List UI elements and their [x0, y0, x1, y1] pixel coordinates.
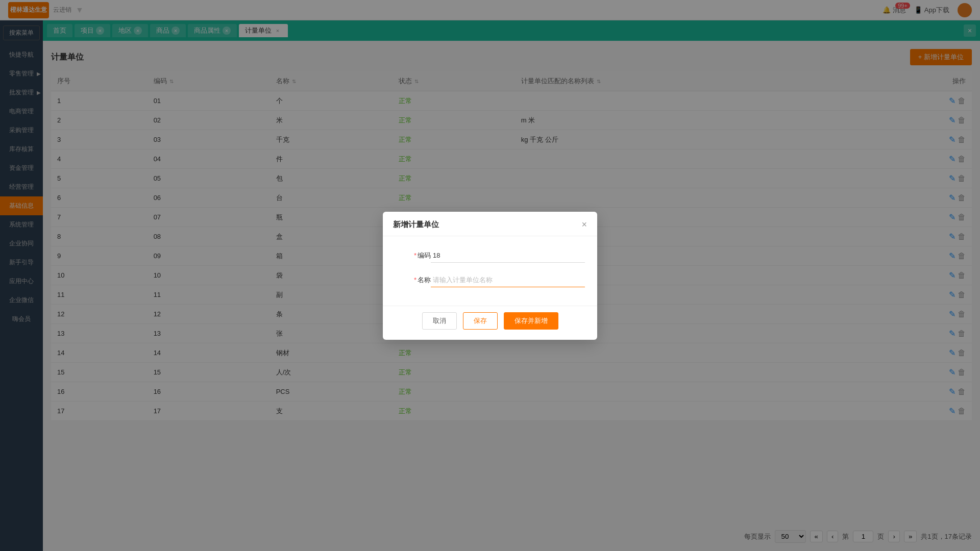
- modal-overlay: 新增计量单位 × *编码 *名称 取消 保存 保存并新增: [0, 0, 980, 551]
- code-form-row: *编码: [395, 248, 585, 263]
- name-form-row: *名称: [395, 273, 585, 287]
- save-and-new-button[interactable]: 保存并新增: [504, 312, 558, 330]
- dialog-close-button[interactable]: ×: [581, 220, 587, 229]
- dialog-header: 新增计量单位 ×: [383, 212, 597, 236]
- dialog-body: *编码 *名称: [383, 236, 597, 306]
- dialog-footer: 取消 保存 保存并新增: [383, 306, 597, 340]
- code-label: *编码: [395, 251, 431, 260]
- save-button[interactable]: 保存: [463, 312, 498, 330]
- add-unit-dialog: 新增计量单位 × *编码 *名称 取消 保存 保存并新增: [383, 212, 597, 340]
- code-input[interactable]: [431, 248, 585, 263]
- name-input[interactable]: [431, 273, 585, 287]
- dialog-title: 新增计量单位: [393, 220, 439, 230]
- name-label: *名称: [395, 276, 431, 285]
- cancel-button[interactable]: 取消: [422, 312, 457, 330]
